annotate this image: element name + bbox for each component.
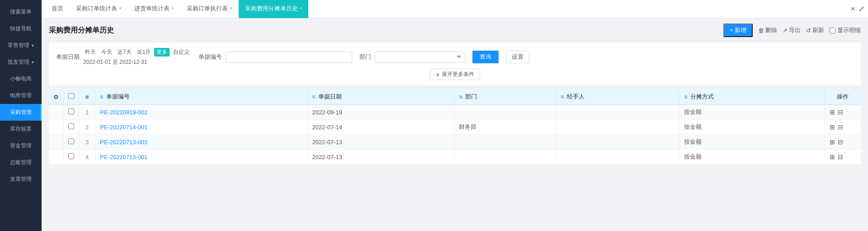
row-gear [49, 105, 64, 120]
date-filter-label: 单据日期 [56, 53, 80, 61]
sidebar-item-ecommerce[interactable]: 电商管理 [0, 87, 42, 104]
doc-number-label: 单据编号 [198, 53, 222, 61]
tab-label: 采购费用分摊单历史 [245, 5, 298, 13]
tab-close-icon[interactable]: × [300, 6, 302, 11]
window-maximize-icon[interactable]: ⤢ [859, 5, 864, 13]
shortcut-custom[interactable]: 自定义 [171, 48, 191, 57]
sidebar-item-search[interactable]: 搜索菜单 [0, 4, 42, 20]
tab-label: 采购订单统计表 [76, 5, 117, 13]
row-checkbox[interactable] [68, 153, 74, 159]
export-icon: ↗ [783, 27, 788, 34]
tab-purchase-order-exec[interactable]: 采购订单执行表 × [180, 0, 239, 18]
doc-number-input[interactable] [226, 52, 352, 63]
doc-no-link[interactable]: PE-20220713-001 [100, 154, 148, 160]
row-checkbox[interactable] [68, 138, 74, 144]
sidebar-item-inventory[interactable]: 库存核算 [0, 121, 42, 137]
sidebar-item-invoice[interactable]: 发票管理 [0, 171, 42, 188]
show-detail-checkbox[interactable]: 显示明细 [830, 26, 861, 34]
row-checkbox[interactable] [68, 123, 74, 129]
shortcut-1month[interactable]: 近1月 [135, 48, 153, 57]
sort-icon: ⇅ [459, 94, 462, 99]
th-split-method[interactable]: ⇅ 分摊方式 [679, 89, 825, 105]
sidebar-item-retail[interactable]: 零售管理 ▾ [0, 37, 42, 54]
tab-purchase-cost-history[interactable]: 采购费用分摊单历史 × [239, 0, 309, 18]
dept-select[interactable]: 财务部 [375, 52, 465, 63]
shortcut-more[interactable]: 更多 [154, 48, 170, 57]
sidebar-item-label: 采购管理 [10, 109, 32, 115]
row-checkbox[interactable] [68, 108, 74, 114]
sidebar-item-wholesale[interactable]: 批发管理 ▾ [0, 54, 42, 71]
query-button[interactable]: 查询 [472, 51, 499, 63]
th-doc-no[interactable]: ⇅ 单据编号 [95, 89, 307, 105]
th-handler[interactable]: ⇅ 经手人 [556, 89, 679, 105]
row-num: 1 [79, 105, 95, 120]
tab-close-icon[interactable]: × [230, 6, 232, 11]
sidebar-item-finance[interactable]: 资金管理 [0, 137, 42, 154]
delete-button[interactable]: 🗑 删除 [758, 26, 777, 34]
sidebar: 搜索菜单 快捷导航 零售管理 ▾ 批发管理 ▾ 小畅电商 电商管理 采购管理 库… [0, 0, 42, 231]
header-actions: + 新增 🗑 删除 ↗ 导出 ↺ 刷新 显示明细 [723, 24, 861, 37]
sort-icon: ⇅ [312, 94, 316, 99]
sort-icon: ⇅ [684, 94, 688, 99]
date-range-display: 2022-01-01 至 2022-12-31 [83, 58, 191, 66]
filter-area: 单据日期 昨天 今天 近7天 近1月 更多 自定义 2022-01-01 至 2… [49, 42, 861, 85]
content-area: 采购费用分摊单历史 + 新增 🗑 删除 ↗ 导出 ↺ 刷新 显示明细 [42, 18, 868, 231]
row-ops: ⊞ ⊟ [825, 105, 861, 120]
select-all-checkbox[interactable] [68, 93, 74, 99]
settings-button[interactable]: 设置 [506, 51, 529, 63]
add-button[interactable]: + 新增 [723, 24, 753, 37]
date-shortcuts-group: 昨天 今天 近7天 近1月 更多 自定义 2022-01-01 至 2022-1… [83, 48, 191, 66]
sidebar-item-purchase[interactable]: 采购管理 [0, 104, 42, 121]
expand-more-area: ∨ 展开更多条件 [56, 69, 854, 80]
refresh-button[interactable]: ↺ 刷新 [806, 26, 824, 34]
tab-home[interactable]: 首页 [45, 0, 70, 18]
table-body: 1 PE-20220919-002 2022-09-19 按金额 ⊞ ⊟ 2 P… [49, 105, 861, 165]
tab-purchase-order-stats[interactable]: 采购订单统计表 × [70, 0, 128, 18]
shortcut-today[interactable]: 今天 [99, 48, 114, 57]
sidebar-item-label: 发票管理 [10, 176, 32, 182]
th-dept[interactable]: ⇅ 部门 [454, 89, 556, 105]
th-doc-date[interactable]: ⇅ 单据日期 [307, 89, 454, 105]
shortcut-7days[interactable]: 近7天 [116, 48, 133, 57]
detail-icon[interactable]: ⊟ [838, 138, 843, 146]
show-detail-input[interactable] [830, 28, 835, 33]
row-handler [556, 105, 679, 120]
row-check[interactable] [64, 135, 79, 150]
row-gear [49, 120, 64, 135]
doc-no-link[interactable]: PE-20220713-003 [100, 139, 148, 146]
doc-no-link[interactable]: PE-20220919-002 [100, 109, 148, 116]
sort-icon: ⇅ [100, 94, 104, 99]
show-detail-label: 显示明细 [837, 26, 861, 34]
export-button[interactable]: ↗ 导出 [783, 26, 801, 34]
row-dept [454, 150, 556, 165]
doc-number-filter-group: 单据编号 [198, 52, 352, 63]
row-check[interactable] [64, 150, 79, 165]
tab-inbound-stats[interactable]: 进货单统计表 × [128, 0, 180, 18]
sidebar-item-shortcuts[interactable]: 快捷导航 [0, 20, 42, 37]
edit-icon[interactable]: ⊞ [830, 123, 835, 131]
th-gear[interactable]: ⚙ [49, 89, 64, 105]
detail-icon[interactable]: ⊟ [838, 108, 843, 116]
chevron-down-icon: ▾ [32, 43, 34, 48]
row-gear [49, 150, 64, 165]
row-split-method: 按金额 [679, 120, 825, 135]
row-check[interactable] [64, 120, 79, 135]
expand-more-button[interactable]: ∨ 展开更多条件 [430, 69, 480, 80]
detail-icon[interactable]: ⊟ [838, 153, 843, 160]
dept-filter-group: 部门 财务部 [359, 52, 465, 63]
refresh-icon: ↺ [806, 27, 811, 34]
doc-no-link[interactable]: PE-20220714-001 [100, 124, 148, 131]
sidebar-item-ledger[interactable]: 总账管理 [0, 154, 42, 171]
detail-icon[interactable]: ⊟ [838, 123, 843, 131]
edit-icon[interactable]: ⊞ [830, 108, 835, 116]
window-close-icon[interactable]: × [851, 5, 855, 13]
edit-icon[interactable]: ⊞ [830, 153, 835, 160]
sidebar-item-ecommerce-mobile[interactable]: 小畅电商 [0, 71, 42, 87]
edit-icon[interactable]: ⊞ [830, 138, 835, 146]
tab-close-icon[interactable]: × [171, 6, 174, 11]
row-dept [454, 105, 556, 120]
row-check[interactable] [64, 105, 79, 120]
tab-close-icon[interactable]: × [119, 6, 122, 11]
shortcut-yesterday[interactable]: 昨天 [83, 48, 98, 57]
th-check[interactable] [64, 89, 79, 105]
